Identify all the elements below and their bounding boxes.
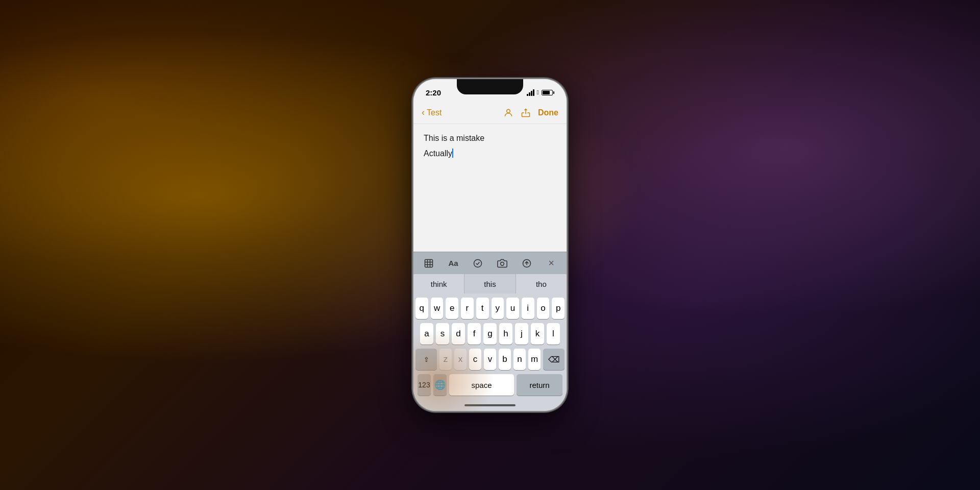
checkmark-icon[interactable]	[471, 256, 485, 271]
key-u[interactable]: u	[506, 298, 519, 319]
key-s[interactable]: s	[436, 323, 449, 345]
key-numbers[interactable]: 123	[418, 374, 431, 396]
svg-point-0	[507, 109, 510, 113]
key-y[interactable]: y	[492, 298, 504, 319]
share-icon[interactable]	[521, 108, 531, 118]
key-b[interactable]: b	[499, 349, 511, 370]
keyboard[interactable]: q w e r t y u i o p a s d f g h j k	[413, 293, 567, 400]
table-icon[interactable]	[422, 256, 436, 271]
key-t[interactable]: t	[476, 298, 489, 319]
key-return[interactable]: return	[517, 374, 562, 396]
done-button[interactable]: Done	[538, 108, 558, 117]
notch	[457, 79, 523, 94]
key-w[interactable]: w	[431, 298, 444, 319]
key-x[interactable]: x	[454, 349, 467, 370]
key-space[interactable]: space	[449, 374, 514, 396]
svg-point-7	[501, 262, 504, 265]
key-delete[interactable]: ⌫	[543, 349, 565, 370]
key-f[interactable]: f	[468, 323, 481, 345]
arrow-up-circle-icon[interactable]	[520, 256, 534, 271]
autocomplete-this[interactable]: this	[464, 274, 516, 293]
signal-icon	[527, 89, 534, 96]
phone-container: 2:20 𝔿 ‹ Tes	[408, 68, 572, 422]
key-j[interactable]: j	[515, 323, 528, 345]
key-n[interactable]: n	[513, 349, 526, 370]
person-icon[interactable]	[503, 108, 513, 118]
nav-bar: ‹ Test Done	[413, 102, 567, 124]
key-i[interactable]: i	[522, 298, 534, 319]
key-row-2: a s d f g h j k l	[415, 323, 565, 345]
status-time: 2:20	[426, 88, 441, 97]
key-row-3: ⇧ z x c v b n m ⌫	[415, 349, 565, 370]
autocomplete-bar: think this tho	[413, 274, 567, 293]
note-line-2-text: Actually	[424, 149, 452, 158]
camera-icon[interactable]	[495, 256, 509, 271]
note-line-2: Actually	[424, 148, 556, 160]
nav-actions: Done	[503, 108, 558, 118]
home-bar	[464, 404, 516, 406]
note-line-1: This is a mistake	[424, 132, 556, 144]
key-m[interactable]: m	[528, 349, 541, 370]
status-icons: 𝔿	[527, 89, 554, 96]
key-o[interactable]: o	[537, 298, 550, 319]
autocomplete-think[interactable]: think	[413, 274, 464, 293]
key-e[interactable]: e	[446, 298, 458, 319]
battery-icon	[542, 90, 554, 95]
svg-rect-1	[425, 259, 433, 267]
back-chevron-icon: ‹	[422, 107, 425, 118]
key-z[interactable]: z	[439, 349, 452, 370]
key-h[interactable]: h	[499, 323, 512, 345]
close-keyboard-icon[interactable]: ×	[544, 256, 558, 271]
svg-point-6	[474, 259, 482, 267]
wifi-icon: 𝔿	[537, 89, 539, 96]
key-emoji[interactable]: 🌐	[433, 374, 447, 396]
text-cursor	[452, 149, 453, 158]
key-row-bottom: 123 🌐 space return	[415, 374, 565, 396]
key-p[interactable]: p	[552, 298, 565, 319]
key-c[interactable]: c	[469, 349, 481, 370]
key-a[interactable]: a	[420, 323, 433, 345]
note-content[interactable]: This is a mistake Actually	[413, 124, 567, 252]
key-g[interactable]: g	[483, 323, 497, 345]
key-row-1: q w e r t y u i o p	[415, 298, 565, 319]
key-shift[interactable]: ⇧	[415, 349, 437, 370]
key-k[interactable]: k	[531, 323, 544, 345]
autocomplete-tho[interactable]: tho	[516, 274, 567, 293]
home-indicator	[413, 400, 567, 411]
key-r[interactable]: r	[461, 298, 474, 319]
key-l[interactable]: l	[547, 323, 560, 345]
key-q[interactable]: q	[415, 298, 428, 319]
key-d[interactable]: d	[452, 323, 465, 345]
format-text-icon[interactable]: Aa	[446, 256, 460, 271]
key-v[interactable]: v	[484, 349, 496, 370]
back-button[interactable]: ‹ Test	[422, 107, 442, 118]
back-label: Test	[427, 108, 442, 117]
keyboard-toolbar: Aa ×	[413, 252, 567, 274]
phone-frame: 2:20 𝔿 ‹ Tes	[413, 79, 567, 411]
